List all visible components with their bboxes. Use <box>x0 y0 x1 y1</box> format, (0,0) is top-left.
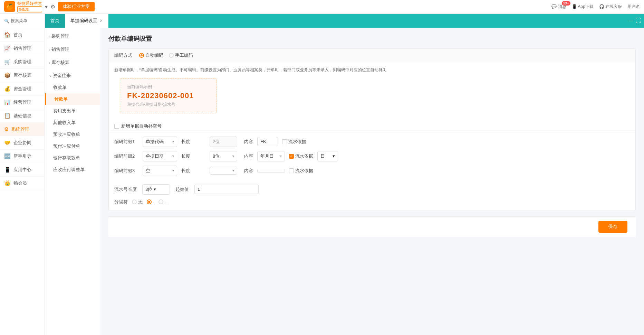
inventory-icon: 📦 <box>4 72 11 78</box>
prefix1-length-label: 长度 <box>181 139 205 145</box>
topbar-left: 🍊 畅捷通好生意 搭配版 ▾ ⚙ 体验行业方案 <box>4 1 95 12</box>
sub-header-purchase[interactable]: › 采购管理 <box>45 30 100 42</box>
topbar-dropdown[interactable]: ▾ <box>45 3 48 10</box>
sub-item-adjust[interactable]: 应收应付调整单 <box>45 164 100 176</box>
footer-bar: 保存 <box>108 216 636 237</box>
sidebar-item-home[interactable]: 🏠 首页 <box>0 28 45 42</box>
encoding-method-label: 编码方式 <box>114 52 132 58</box>
message-icon[interactable]: 💬 消息 99+ <box>551 4 566 10</box>
manual-encoding-radio[interactable]: 手工编码 <box>169 52 193 58</box>
prefix1-content-value: FK <box>257 137 278 146</box>
finance-icon: 💰 <box>4 86 11 92</box>
sub-item-payment[interactable]: 付款单 <box>45 93 100 105</box>
start-input[interactable] <box>194 185 259 194</box>
settings-card: 编码方式 自动编码 手工编码 <box>108 48 636 211</box>
prefix2-length-select[interactable]: 8位 ▾ <box>210 151 237 161</box>
prefix3-label: 编码前缀3 <box>114 168 138 174</box>
prefix3-select[interactable]: 空 ▾ <box>143 166 177 176</box>
tab-encoding-settings[interactable]: 单据编码设置 ✕ <box>65 14 108 28</box>
sidebar-item-guide[interactable]: 🆕 新手引导 <box>0 150 45 163</box>
serial-select[interactable]: 3位 ▾ <box>142 184 170 195</box>
sub-item-receipt[interactable]: 收款单 <box>45 82 100 93</box>
sidebar-item-collab[interactable]: 🤝 企业协同 <box>0 136 45 150</box>
tab-maximize-icon[interactable]: ⛶ <box>636 18 641 24</box>
sidebar-item-management[interactable]: 📊 经营管理 <box>0 96 45 109</box>
settings-icon[interactable]: ⚙ <box>50 3 55 10</box>
sidebar-item-inventory[interactable]: 📦 库存核算 <box>0 69 45 82</box>
sidebar-item-member[interactable]: 👑 畅会员 <box>0 177 45 190</box>
sidebar-item-sales[interactable]: 📈 销售管理 <box>0 42 45 55</box>
sep-dot[interactable]: - <box>147 199 154 204</box>
apps-icon: 📱 <box>4 167 11 173</box>
sub-item-bank[interactable]: 银行存取款单 <box>45 152 100 164</box>
sub-item-prepay-pay[interactable]: 预付冲应付单 <box>45 140 100 152</box>
sep-dash-radio <box>158 199 163 204</box>
separator-radio-group: 无 - _ <box>132 199 167 205</box>
serial-label: 流水号长度 <box>114 186 137 193</box>
search-menu-button[interactable]: 🔍 搜索菜单 <box>3 17 42 25</box>
example-code: FK-20230602-001 <box>127 91 209 100</box>
prefix2-content-arrow: ▾ <box>280 154 282 158</box>
prefix3-select-arrow: ▾ <box>172 169 174 173</box>
sub-header-sales[interactable]: › 销售管理 <box>45 44 100 55</box>
prefix2-content-label: 内容 <box>244 153 253 159</box>
autofill-row: 新增单据自动补空号 <box>109 120 635 132</box>
trial-button[interactable]: 体验行业方案 <box>58 2 95 11</box>
auto-encoding-radio[interactable]: 自动编码 <box>139 52 163 58</box>
prefix2-length-arrow: ▾ <box>232 154 234 158</box>
start-label: 起始值 <box>175 186 189 193</box>
sidebar-item-basic-info[interactable]: 📋 基础信息 <box>0 109 45 123</box>
prefix2-select-arrow: ▾ <box>172 154 174 158</box>
tab-home[interactable]: 首页 <box>45 14 65 28</box>
logo-text: 畅捷通好生意 搭配版 <box>17 1 42 12</box>
prefix3-length-arrow: ▾ <box>232 169 234 173</box>
separator-label: 分隔符 <box>114 199 128 205</box>
tab-bar: 首页 单据编码设置 ✕ — ⛶ <box>45 14 644 28</box>
sidebar-search[interactable]: 🔍 搜索菜单 <box>0 14 45 28</box>
tab-close-icon[interactable]: ✕ <box>99 18 103 23</box>
system-icon: ⚙ <box>4 126 9 132</box>
prefix2-stream-select[interactable]: 日 ▾ <box>317 151 338 161</box>
app-download-link[interactable]: 📱 App下载 <box>572 4 594 10</box>
sub-item-other-income[interactable]: 其他收入单 <box>45 117 100 129</box>
sub-group-inventory: › 库存核算 <box>45 57 100 68</box>
prefix3-stream-checkbox[interactable]: 流水依据 <box>289 168 313 174</box>
topbar-right: 💬 消息 99+ 📱 App下载 🎧 在线客服 用户名 <box>551 4 640 10</box>
autofill-checkbox[interactable] <box>114 124 119 129</box>
sidebar: 🔍 搜索菜单 🏠 首页 📈 销售管理 🛒 采购管理 📦 库存核算 💰 <box>0 14 45 335</box>
sub-item-expense[interactable]: 费用支出单 <box>45 105 100 117</box>
autofill-label: 新增单据自动补空号 <box>121 123 162 129</box>
prefix1-select-arrow: ▾ <box>172 140 174 143</box>
prefix2-select[interactable]: 单据日期 ▾ <box>143 151 177 161</box>
prefix2-content-select[interactable]: 年月日 ▾ <box>257 151 285 161</box>
prefix2-stream-checkbox[interactable]: ✓ 流水依据 <box>289 153 313 159</box>
prefix1-select[interactable]: 单据代码 ▾ <box>143 137 177 147</box>
prefix3-length-select[interactable]: ▾ <box>210 167 237 175</box>
page-title: 付款单编码设置 <box>108 35 636 43</box>
encoding-method-bar: 编码方式 自动编码 手工编码 <box>109 49 635 62</box>
sub-header-capital[interactable]: ∨ 资金往来 <box>45 70 100 82</box>
sep-none[interactable]: 无 <box>132 199 143 205</box>
sub-item-prepay-receive[interactable]: 预收冲应收单 <box>45 129 100 140</box>
sidebar-item-system[interactable]: ⚙ 系统管理 <box>0 123 45 136</box>
prefix1-stream-checkbox[interactable]: 流水依据 <box>282 139 306 145</box>
tab-minimize-icon[interactable]: — <box>627 18 633 24</box>
sep-dash[interactable]: _ <box>158 199 167 204</box>
online-service-link[interactable]: 🎧 在线客服 <box>599 4 622 10</box>
collab-icon: 🤝 <box>4 140 11 146</box>
save-button[interactable]: 保存 <box>598 221 627 233</box>
example-label: 当前编码示例： <box>127 84 209 90</box>
sidebar-item-finance[interactable]: 💰 资金管理 <box>0 82 45 96</box>
home-icon: 🏠 <box>4 32 11 38</box>
sidebar-item-purchase[interactable]: 🛒 采购管理 <box>0 55 45 69</box>
serial-row: 流水号长度 3位 ▾ 起始值 <box>109 184 635 199</box>
sidebar-item-apps[interactable]: 📱 应用中心 <box>0 163 45 177</box>
prefix3-stream-check[interactable] <box>289 168 294 173</box>
prefix1-length-value: 2位 <box>210 137 237 147</box>
guide-icon: 🆕 <box>4 153 11 159</box>
sub-header-inventory[interactable]: › 库存核算 <box>45 57 100 68</box>
topbar: 🍊 畅捷通好生意 搭配版 ▾ ⚙ 体验行业方案 💬 消息 99+ 📱 App下载… <box>0 0 644 14</box>
prefix2-stream-check[interactable]: ✓ <box>289 154 294 159</box>
example-box: 当前编码示例： FK-20230602-001 单据代码-单据日期-流水号 <box>120 78 217 113</box>
prefix1-stream-check[interactable] <box>282 139 287 144</box>
